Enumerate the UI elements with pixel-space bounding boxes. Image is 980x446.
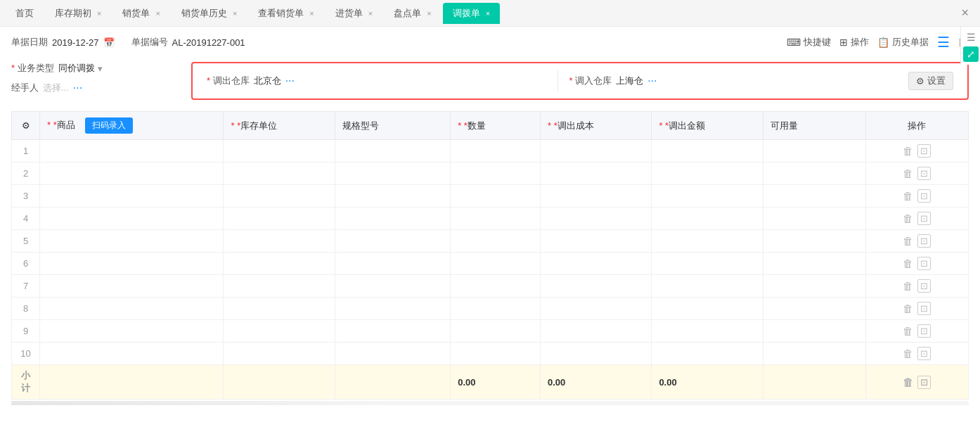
tab-transfer-order-label: 调拨单 [453, 7, 480, 20]
cell-product-11 [40, 365, 224, 400]
cell-qty-8[interactable] [451, 298, 541, 320]
cell-unit-10 [224, 343, 335, 365]
delete-icon-3[interactable]: 🗑 [903, 190, 913, 202]
gear-icon[interactable]: ⚙ [22, 120, 30, 131]
row-num-4: 4 [12, 208, 40, 230]
cell-qty-1[interactable] [451, 140, 541, 163]
delete-icon-10[interactable]: 🗑 [903, 348, 913, 359]
table-body: 1 🗑 ⊡ 2 🗑 ⊡ 3 🗑 ⊡ 4 🗑 ⊡ 5 🗑 ⊡ 6 🗑 ⊡ 7 🗑 … [12, 140, 969, 400]
cell-product-7[interactable] [40, 275, 224, 298]
out-warehouse-ellipsis[interactable]: ··· [285, 75, 295, 87]
handler-placeholder[interactable]: 选择... [43, 82, 69, 94]
operation-btn[interactable]: ⊞ 操作 [839, 36, 869, 49]
tab-bar-close-button[interactable]: × [955, 6, 974, 20]
biz-type-dropdown-arrow[interactable]: ▾ [98, 63, 103, 74]
cell-qty-7[interactable] [451, 275, 541, 298]
delete-icon-11[interactable]: 🗑 [903, 376, 913, 388]
tab-purchase-order-close[interactable]: × [368, 9, 373, 18]
handler-ellipsis-btn[interactable]: ··· [73, 82, 82, 94]
history-btn[interactable]: 📋 历史单据 [877, 36, 929, 49]
cell-avail-4 [763, 208, 865, 230]
settings-btn[interactable]: ⚙ 设置 [908, 72, 953, 90]
cell-qty-10[interactable] [451, 343, 541, 365]
shortcut-btn[interactable]: ⌨ 快捷键 [787, 36, 831, 49]
cell-qty-3[interactable] [451, 185, 541, 208]
cell-qty-9[interactable] [451, 320, 541, 343]
delete-icon-2[interactable]: 🗑 [903, 167, 913, 179]
sidebar-expand-icon[interactable]: ⤢ [963, 46, 979, 62]
scan-btn[interactable]: 扫码录入 [85, 117, 133, 134]
in-warehouse-ellipsis[interactable]: ··· [647, 75, 657, 87]
layout-toggle-1[interactable]: ☰ [937, 34, 950, 51]
cell-avail-10 [763, 343, 865, 365]
tab-inventory-check-close[interactable]: × [427, 9, 431, 18]
copy-icon-6[interactable]: ⊡ [917, 257, 931, 270]
sidebar-doc-list-icon[interactable]: ☰ [963, 30, 979, 45]
copy-icon-1[interactable]: ⊡ [917, 144, 931, 158]
cell-spec-5 [335, 230, 450, 253]
cell-product-10[interactable] [40, 343, 224, 365]
cell-amount-10 [652, 343, 763, 365]
tab-view-sales-close[interactable]: × [309, 9, 314, 18]
biz-type-select[interactable]: 同价调拨 ▾ [58, 62, 103, 75]
copy-icon-8[interactable]: ⊡ [917, 302, 931, 315]
tab-purchase-order[interactable]: 进货单 × [325, 3, 382, 24]
tab-inventory-check[interactable]: 盘点单 × [384, 3, 441, 24]
copy-icon-3[interactable]: ⊡ [917, 189, 931, 203]
copy-icon-10[interactable]: ⊡ [917, 347, 931, 360]
doc-date-field: 单据日期 2019-12-27 📅 [11, 36, 115, 49]
cell-amount-6 [652, 253, 763, 275]
tab-home[interactable]: 首页 [6, 3, 44, 24]
cell-product-9[interactable] [40, 320, 224, 343]
col-header-spec: 规格型号 [335, 112, 450, 140]
delete-icon-5[interactable]: 🗑 [903, 235, 913, 247]
out-warehouse-value[interactable]: 北京仓 [254, 75, 281, 87]
calendar-icon[interactable]: 📅 [103, 37, 115, 48]
delete-icon-1[interactable]: 🗑 [903, 145, 913, 157]
cell-product-8[interactable] [40, 298, 224, 320]
shortcut-icon: ⌨ [787, 37, 801, 48]
cell-cost-5 [541, 230, 652, 253]
cell-product-2[interactable] [40, 163, 224, 185]
cell-amount-2 [652, 163, 763, 185]
cell-spec-7 [335, 275, 450, 298]
cell-qty-2[interactable] [451, 163, 541, 185]
delete-icon-9[interactable]: 🗑 [903, 325, 913, 337]
col-header-gear[interactable]: ⚙ [12, 112, 40, 140]
cell-product-5[interactable] [40, 230, 224, 253]
cell-qty-6[interactable] [451, 253, 541, 275]
in-warehouse-value[interactable]: 上海仓 [616, 75, 643, 87]
copy-icon-2[interactable]: ⊡ [917, 167, 931, 180]
row-num-11: 小计 [12, 365, 40, 400]
tab-inventory-init[interactable]: 库存期初 × [45, 3, 111, 24]
cell-product-1[interactable] [40, 140, 224, 163]
copy-icon-9[interactable]: ⊡ [917, 324, 931, 338]
scrollbar[interactable] [11, 401, 969, 405]
copy-icon-11[interactable]: ⊡ [917, 376, 931, 389]
tab-transfer-order[interactable]: 调拨单 × [443, 3, 500, 24]
history-label: 历史单据 [892, 36, 929, 49]
tab-sales-history-close[interactable]: × [233, 9, 237, 18]
copy-icon-4[interactable]: ⊡ [917, 212, 931, 225]
cell-product-6[interactable] [40, 253, 224, 275]
copy-icon-7[interactable]: ⊡ [917, 279, 931, 293]
tab-purchase-order-label: 进货单 [335, 7, 363, 20]
tab-sales-order[interactable]: 销货单 × [112, 3, 169, 24]
tab-view-sales[interactable]: 查看销货单 × [248, 3, 323, 24]
tab-sales-history[interactable]: 销货单历史 × [172, 3, 247, 24]
doc-date-value[interactable]: 2019-12-27 [52, 37, 99, 48]
cell-product-3[interactable] [40, 185, 224, 208]
col-header-amount: *调出金额 [652, 112, 763, 140]
tab-inventory-init-close[interactable]: × [97, 9, 101, 18]
delete-icon-8[interactable]: 🗑 [903, 302, 913, 314]
delete-icon-7[interactable]: 🗑 [903, 280, 913, 292]
delete-icon-6[interactable]: 🗑 [903, 257, 913, 269]
tab-sales-order-close[interactable]: × [155, 9, 160, 18]
delete-icon-4[interactable]: 🗑 [903, 212, 913, 224]
cell-qty-5[interactable] [451, 230, 541, 253]
handler-field: 经手人 选择... ··· [11, 82, 82, 94]
copy-icon-5[interactable]: ⊡ [917, 234, 931, 248]
cell-product-4[interactable] [40, 208, 224, 230]
cell-qty-4[interactable] [451, 208, 541, 230]
tab-transfer-order-close[interactable]: × [486, 9, 490, 18]
